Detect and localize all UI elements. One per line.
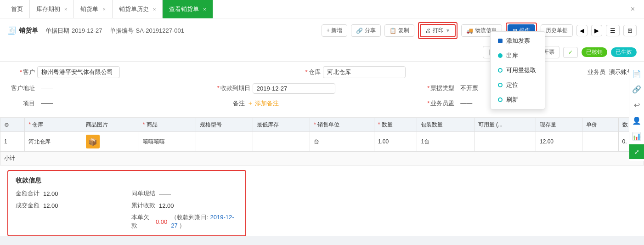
total-amount-label: 金额合计 — [16, 189, 40, 198]
form-section: *客户 柳州粤港平安气体有限公司 *仓库 河北仓库 业务员 演示账号 客户地址 … — [0, 62, 644, 117]
new-button[interactable]: + 新增 — [322, 24, 347, 37]
doc-date-field: 单据日期 2019-12-27 — [45, 27, 102, 35]
project-label: 项目 — [7, 99, 35, 108]
share-button-label: 分享 — [365, 27, 376, 34]
tab-view-sales-order-label: 查看销货单 — [169, 5, 199, 13]
add-invoice-label: 添加发票 — [506, 37, 530, 45]
th-spec: 规格型号 — [196, 118, 253, 132]
product-image: 📦 — [86, 135, 100, 148]
cell-seq: 1 — [0, 132, 25, 152]
address-value: —— — [37, 84, 56, 93]
add-note-button[interactable]: ＋ 添加备注 — [247, 99, 279, 108]
customer-field: *客户 柳州粤港平安气体有限公司 — [7, 66, 293, 78]
print-button[interactable]: 🖨 打印 ▼ — [420, 24, 456, 37]
doc-number-label: 单据编号 — [110, 27, 134, 35]
transaction-amount-item: 成交金额 12.00 — [16, 201, 122, 210]
doc-header: 🧾 销货单 单据日期 2019-12-27 单据编号 SA-20191227-0… — [0, 18, 644, 43]
doc-number-field: 单据编号 SA-20191227-001 — [110, 27, 185, 35]
history-button[interactable]: 历史单据 — [541, 24, 573, 37]
menu-refresh[interactable]: 刷新 — [491, 92, 545, 107]
history-button-label: 历史单据 — [546, 27, 568, 34]
tab-sales-order-close[interactable]: × — [102, 6, 105, 12]
sidebar-doc-icon[interactable]: 📄 — [629, 66, 644, 81]
cell-pack-qty: 1台 — [417, 132, 474, 152]
tab-inventory-init-close[interactable]: × — [64, 6, 67, 12]
project-field: 项目 —— — [7, 98, 217, 108]
view-grid-button[interactable]: ⊞ — [623, 25, 637, 36]
note-field: 备注 ＋ 添加备注 — [217, 99, 427, 108]
tab-bar: 首页 库存期初 × 销货单 × 销货单历史 × 查看销货单 × × — [0, 0, 644, 18]
copy-button[interactable]: 📋 复制 — [384, 24, 414, 37]
cell-min-stock — [253, 132, 310, 152]
tab-sales-order-history[interactable]: 销货单历史 × — [113, 0, 163, 18]
transaction-amount-label: 成交金额 — [16, 201, 40, 210]
print-highlight-box: 🖨 打印 ▼ — [418, 22, 458, 39]
address-field: 客户地址 —— — [7, 84, 217, 93]
sidebar-link-icon[interactable]: 🔗 — [629, 82, 644, 97]
summary-section: 收款信息 金额合计 12.00 同单现结 —— 成交金额 12.00 累计收款 … — [7, 170, 246, 236]
sidebar-chart-icon[interactable]: 📊 — [629, 129, 644, 143]
tab-sales-order-history-close[interactable]: × — [153, 6, 156, 12]
tab-inventory-init-label: 库存期初 — [36, 5, 60, 13]
customer-value[interactable]: 柳州粤港平安气体有限公司 — [37, 66, 120, 78]
tab-sales-order-history-label: 销货单历史 — [119, 5, 149, 13]
tab-view-sales-order[interactable]: 查看销货单 × — [163, 0, 213, 18]
available-pickup-label: 可用量提取 — [506, 66, 536, 74]
subtotal-row: 小计 — [0, 152, 644, 165]
locate-label: 定位 — [506, 81, 518, 89]
menu-available-pickup[interactable]: 可用量提取 — [491, 63, 545, 78]
right-sidebar: 📄 🔗 ↩ 👤 📊 ⤢ — [629, 64, 644, 161]
salesperson-label: *业务员孟 — [427, 99, 454, 108]
main-content: 🧾 销货单 单据日期 2019-12-27 单据编号 SA-20191227-0… — [0, 18, 644, 236]
nav-prev-button[interactable]: ◀ — [576, 25, 588, 36]
cumulative-collection-item: 累计收款 12.00 — [131, 201, 238, 210]
tab-inventory-init[interactable]: 库存期初 × — [30, 0, 74, 18]
th-available: 可用量 (... — [474, 118, 536, 132]
menu-out-warehouse[interactable]: 出库 — [491, 48, 545, 63]
due-date-value[interactable]: 2019-12-27 — [253, 83, 335, 94]
th-settings[interactable]: ⚙ — [0, 118, 25, 132]
doc-actions: + 新增 🔗 分享 📋 复制 🖨 打印 ▼ 🚚 物流信息 — [322, 22, 637, 39]
th-unit-price: 单价 — [582, 118, 618, 132]
summary-grid: 金额合计 12.00 同单现结 —— 成交金额 12.00 累计收款 12.00… — [16, 189, 238, 230]
address-label: 客户地址 — [7, 84, 35, 92]
summary-title: 收款信息 — [16, 177, 238, 185]
cell-sales-unit: 台 — [310, 132, 374, 152]
cell-stock: 12.00 — [536, 132, 582, 152]
th-warehouse: * 仓库 — [25, 118, 82, 132]
tab-view-sales-order-close[interactable]: × — [203, 6, 206, 12]
new-button-label: + 新增 — [327, 27, 342, 34]
th-stock: 现存量 — [536, 118, 582, 132]
nav-next-button[interactable]: ▶ — [591, 25, 602, 36]
cell-spec — [196, 132, 253, 152]
sidebar-expand-icon[interactable]: ⤢ — [629, 144, 644, 159]
th-quantity: * 数量 — [374, 118, 417, 132]
tab-sales-order-label: 销货单 — [80, 5, 98, 13]
tab-sales-order[interactable]: 销货单 × — [74, 0, 112, 18]
view-table-button[interactable]: ☰ — [606, 25, 620, 36]
current-arrears-row: 本单欠款 0.00 （收款到期日: 2019-12-27 ） — [131, 213, 238, 230]
cell-product: 嘻嘻嘻嘻 — [139, 132, 196, 152]
doc-date-label: 单据日期 — [45, 27, 69, 35]
doc-number-value: SA-20191227-001 — [136, 27, 185, 34]
warehouse-value[interactable]: 河北仓库 — [323, 66, 406, 78]
subtotal-label: 小计 — [0, 152, 644, 165]
total-amount-item: 金额合计 12.00 — [16, 189, 122, 198]
warehouse-label: *仓库 — [293, 68, 321, 76]
sidebar-user-icon[interactable]: 👤 — [629, 113, 644, 128]
tab-home[interactable]: 首页 — [5, 0, 30, 18]
tab-bar-close[interactable]: × — [626, 5, 639, 13]
sidebar-return-icon[interactable]: ↩ — [629, 97, 644, 112]
share-button[interactable]: 🔗 分享 — [351, 24, 381, 37]
th-min-stock: 最低库存 — [253, 118, 310, 132]
table-row: 1 河北仓库 📦 嘻嘻嘻嘻 台 1.00 1台 12.00 0. — [0, 132, 644, 152]
menu-add-invoice[interactable]: 添加发票 — [491, 34, 545, 48]
out-warehouse-label: 出库 — [506, 51, 518, 60]
effective-badge: 已生效 — [611, 47, 637, 57]
th-pack-qty: 包装数量 — [417, 118, 474, 132]
menu-locate[interactable]: 定位 — [491, 78, 545, 92]
check-icon-button[interactable]: ✓ — [563, 47, 578, 58]
salesperson-value: —— — [457, 98, 476, 108]
th-product: * 商品 — [139, 118, 196, 132]
current-arrears-item — [16, 213, 122, 230]
